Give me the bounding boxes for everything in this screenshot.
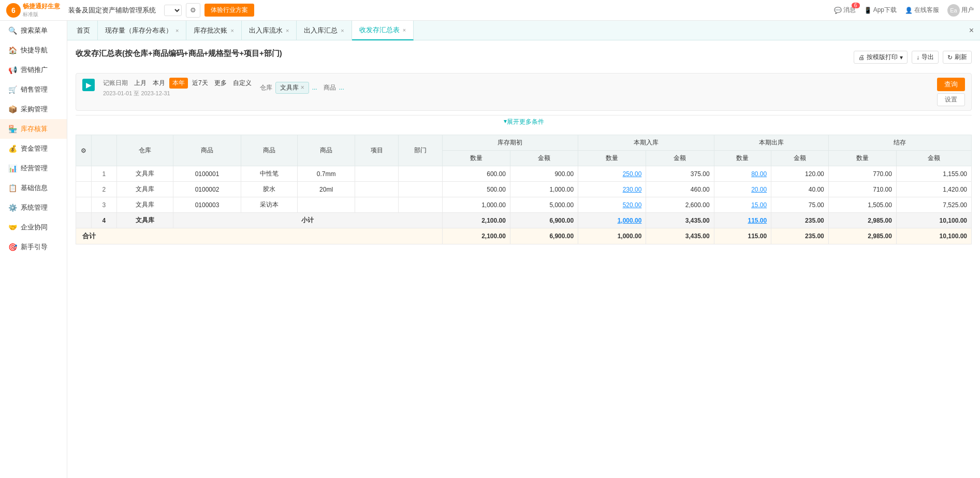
tab-batch-account[interactable]: 库存批次账 × <box>186 21 241 40</box>
tab-home[interactable]: 首页 <box>69 21 98 40</box>
row-serial: 1 <box>92 166 117 182</box>
subtotal-in-amt: 3,435.00 <box>646 213 714 228</box>
row-warehouse: 文具库 <box>116 166 173 182</box>
total-out-amt: 235.00 <box>771 228 829 244</box>
system-icon: ⚙️ <box>8 204 17 212</box>
user-menu-button[interactable]: Ea 用户 <box>947 4 974 17</box>
subtotal-opening-qty: 2,100.00 <box>442 213 510 228</box>
guide-icon: 🎯 <box>8 243 17 251</box>
experience-button[interactable]: 体验行业方案 <box>204 4 254 17</box>
row-serial: 2 <box>92 182 117 197</box>
table-opening-qty-header: 数量 <box>442 151 510 166</box>
sidebar-item-enterprise[interactable]: 🤝 企业协同 <box>0 218 67 237</box>
table-opening-amt-header: 金额 <box>510 151 578 166</box>
print-button[interactable]: 🖨 按模版打印 ▾ <box>854 51 908 64</box>
app-download-button[interactable]: 📱 App下载 <box>864 6 897 15</box>
export-icon: ↓ <box>916 54 919 61</box>
row-settings[interactable] <box>76 197 92 213</box>
table-project-header: 项目 <box>355 135 398 166</box>
row-balance-amt: 1,155.00 <box>896 166 971 182</box>
row-out-qty[interactable]: 15.00 <box>714 197 771 213</box>
row-goods-name: 胶水 <box>241 182 298 197</box>
tab-inout-flow[interactable]: 出入库流水 × <box>242 21 297 40</box>
sidebar-item-search[interactable]: 🔍 搜索菜单 <box>0 21 67 40</box>
row-in-qty[interactable]: 250.00 <box>578 166 646 182</box>
row-settings[interactable] <box>76 182 92 197</box>
row-out-qty[interactable]: 80.00 <box>714 166 771 182</box>
table-opening-header: 库存期初 <box>442 135 578 151</box>
date-option-more[interactable]: 更多 <box>212 78 229 88</box>
table-in-amt-header: 金额 <box>646 151 714 166</box>
total-in-amt: 3,435.00 <box>646 228 714 244</box>
tab-receive-summary-close[interactable]: × <box>403 27 406 33</box>
sidebar-item-quick-nav[interactable]: 🏠 快捷导航 <box>0 40 67 60</box>
tab-batch-account-close[interactable]: × <box>230 27 233 34</box>
total-opening-amt: 6,900.00 <box>510 228 578 244</box>
row-in-qty[interactable]: 230.00 <box>578 182 646 197</box>
page-body: 收发存汇总表(按仓库+商品编码+商品+规格型号+项目+部门) 🖨 按模版打印 ▾… <box>67 40 980 478</box>
tab-inout-flow-close[interactable]: × <box>286 27 289 34</box>
subtotal-out-qty[interactable]: 115.00 <box>714 213 771 228</box>
sidebar-item-system[interactable]: ⚙️ 系统管理 <box>0 198 67 218</box>
date-option-last-month[interactable]: 上月 <box>132 78 149 88</box>
warehouse-tag-close[interactable]: × <box>301 84 304 91</box>
warehouse-more-btn[interactable]: ... <box>312 84 317 91</box>
sidebar-item-sales[interactable]: 🛒 销售管理 <box>0 80 67 99</box>
tab-receive-summary[interactable]: 收发存汇总表 × <box>352 21 414 40</box>
tab-inout-summary-label: 出入库汇总 <box>304 26 338 35</box>
sidebar-item-purchase[interactable]: 📦 采购管理 <box>0 99 67 119</box>
enterprise-icon: 🤝 <box>8 223 17 231</box>
date-option-this-year[interactable]: 本年 <box>169 78 188 89</box>
sidebar-item-finance[interactable]: 💰 资金管理 <box>0 139 67 158</box>
date-option-this-month[interactable]: 本月 <box>151 78 167 88</box>
tab-inventory-dist[interactable]: 现存量（库存分布表） × <box>98 21 186 40</box>
date-option-custom[interactable]: 自定义 <box>231 78 254 88</box>
goods-more-btn[interactable]: ... <box>339 84 344 91</box>
sidebar: 🔍 搜索菜单 🏠 快捷导航 📢 营销推广 🛒 销售管理 📦 采购管理 🏪 库存核… <box>0 21 67 478</box>
data-table: ⚙ 仓库 商品 商品 商品 项目 部门 库存期初 本期入库 本期出库 结存 <box>76 135 972 244</box>
row-settings[interactable] <box>76 166 92 182</box>
settings-button[interactable]: 设置 <box>937 93 965 106</box>
tab-inout-summary-close[interactable]: × <box>341 27 344 34</box>
basic-info-icon: 📋 <box>8 184 17 192</box>
row-out-qty[interactable]: 20.00 <box>714 182 771 197</box>
expand-more-button[interactable]: ▾ 展开更多条件 <box>76 115 972 128</box>
total-balance-qty: 2,985.00 <box>828 228 896 244</box>
system-name: 装备及固定资产辅助管理系统 <box>64 6 160 15</box>
row-opening-amt: 1,000.00 <box>510 182 578 197</box>
row-in-qty[interactable]: 520.00 <box>578 197 646 213</box>
row-balance-qty: 710.00 <box>828 182 896 197</box>
table-settings-header[interactable]: ⚙ <box>76 135 92 166</box>
tab-inout-summary[interactable]: 出入库汇总 × <box>297 21 352 40</box>
subtotal-in-qty[interactable]: 1,000.00 <box>578 213 646 228</box>
row-in-amt: 460.00 <box>646 182 714 197</box>
row-opening-qty: 500.00 <box>442 182 510 197</box>
row-balance-amt: 1,420.00 <box>896 182 971 197</box>
subtotal-balance-amt: 10,100.00 <box>896 213 971 228</box>
sidebar-item-marketing[interactable]: 📢 营销推广 <box>0 60 67 80</box>
filter-toggle-button[interactable]: ▶ <box>82 79 95 91</box>
system-select[interactable] <box>164 5 182 16</box>
sidebar-item-guide[interactable]: 🎯 新手引导 <box>0 237 67 257</box>
close-all-tabs-button[interactable]: × <box>969 26 974 35</box>
export-button[interactable]: ↓ 导出 <box>912 51 939 64</box>
gear-button[interactable]: ⚙ <box>186 3 200 18</box>
date-option-7days[interactable]: 近7天 <box>190 78 210 88</box>
message-button[interactable]: 💬 消息 6 <box>834 6 856 15</box>
sidebar-item-operations[interactable]: 📊 经营管理 <box>0 158 67 178</box>
warehouse-filter-tag[interactable]: 文具库 × <box>275 82 309 94</box>
subtotal-serial: 4 <box>92 213 117 228</box>
sidebar-item-basic-info[interactable]: 📋 基础信息 <box>0 178 67 198</box>
sidebar-item-guide-label: 新手引导 <box>21 242 48 252</box>
tab-inout-flow-label: 出入库流水 <box>249 26 283 35</box>
query-button[interactable]: 查询 <box>937 78 965 91</box>
row-goods-code: 0100002 <box>173 182 241 197</box>
tab-inventory-dist-close[interactable]: × <box>175 27 179 34</box>
subtotal-out-amt: 235.00 <box>771 213 829 228</box>
tab-inventory-dist-label: 现存量（库存分布表） <box>105 26 172 35</box>
subtotal-settings[interactable] <box>76 213 92 228</box>
sidebar-item-inventory[interactable]: 🏪 库存核算 <box>0 119 67 139</box>
refresh-button[interactable]: ↻ 刷新 <box>943 51 972 64</box>
print-icon: 🖨 <box>858 54 865 61</box>
online-service-button[interactable]: 👤 在线客服 <box>905 6 939 15</box>
